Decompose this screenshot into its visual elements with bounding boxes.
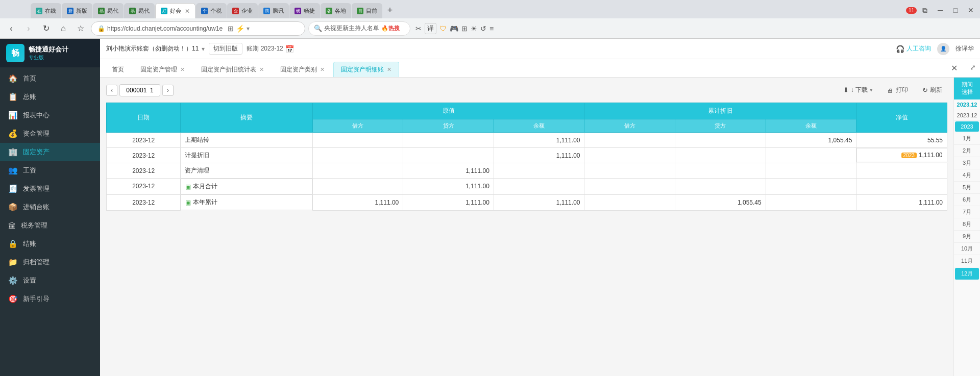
period-item-apr[interactable]: 4月 xyxy=(954,169,980,182)
sidebar-item-reports[interactable]: 📊 报表中心 xyxy=(0,106,100,124)
sidebar-item-archive[interactable]: 📁 归档管理 xyxy=(0,253,100,271)
shield-button[interactable]: 🛡 xyxy=(439,24,447,33)
tab-fixed-assets-mgmt[interactable]: 固定资产管理 ✕ xyxy=(133,62,192,77)
sidebar-label: 报表中心 xyxy=(23,111,50,120)
sidebar-item-purchase-sales[interactable]: 📦 进销台账 xyxy=(0,198,100,216)
tab-zaixin[interactable]: 在 在线 xyxy=(31,3,61,18)
settings-icon: ⚙️ xyxy=(8,276,18,285)
game-button[interactable]: 🎮 xyxy=(450,24,458,33)
tab-close-icon[interactable]: ✕ xyxy=(320,66,325,73)
print-icon: 🖨 xyxy=(887,86,894,94)
expand-panel-button[interactable]: ⤢ xyxy=(970,63,976,71)
tab-bar: 在 在线 新 新版 易 易代 易 易代 好 好会 ✕ 个 个税 企 企业 腾 xyxy=(0,0,980,18)
back-button[interactable]: ‹ xyxy=(4,21,18,36)
tab-asset-ledger[interactable]: 固定资产明细账 ✕ xyxy=(333,62,399,77)
tab-asset-category[interactable]: 固定资产类别 ✕ xyxy=(273,62,332,77)
close-panel-button[interactable]: ✕ xyxy=(951,63,958,73)
translate-button[interactable]: 译 xyxy=(425,23,436,34)
tab-gesui[interactable]: 个 个税 xyxy=(196,3,227,18)
grid-view-button[interactable]: ⊞ xyxy=(461,24,468,33)
tab-xinban[interactable]: 新 新版 xyxy=(62,3,92,18)
tab-gedi[interactable]: 各 各地 xyxy=(321,3,351,18)
switch-label: 切到旧版 xyxy=(213,44,238,53)
tab-label: 腾讯 xyxy=(273,7,284,15)
sidebar-item-tax[interactable]: 🏛 税务管理 xyxy=(0,216,100,235)
tab-muqian[interactable]: 目 目前 xyxy=(352,3,382,18)
period-item-aug[interactable]: 8月 xyxy=(954,218,980,231)
period-item-2023[interactable]: 2023 xyxy=(955,121,979,132)
history-button[interactable]: ↺ xyxy=(480,24,486,33)
tab-close-icon[interactable]: ✕ xyxy=(180,66,185,73)
tab-yidai2[interactable]: 易 易代 xyxy=(124,3,155,18)
sidebar-item-invoices[interactable]: 🧾 发票管理 xyxy=(0,180,100,198)
cell-orig-credit: 1,111.00 xyxy=(403,163,494,179)
cell-net-value: 1,111.00 xyxy=(856,194,947,210)
logo-icon: 畅 xyxy=(6,44,24,62)
sidebar-item-funds[interactable]: 💰 资金管理 xyxy=(0,124,100,143)
tab-close-icon[interactable]: ✕ xyxy=(387,66,391,73)
sidebar-item-guide[interactable]: 🎯 新手引导 xyxy=(0,290,100,308)
sidebar-item-general-ledger[interactable]: 📋 总账 xyxy=(0,88,100,106)
tab-qiye[interactable]: 企 企业 xyxy=(227,3,258,18)
address-bar[interactable]: 🔒 https://cloud.chanjet.com/accounting/u… xyxy=(91,21,305,36)
yearly-total-icon: ▣ xyxy=(185,199,191,206)
page-number-input[interactable] xyxy=(119,84,160,96)
sidebar-item-settings[interactable]: ⚙️ 设置 xyxy=(0,271,100,290)
tab-close-icon[interactable]: ✕ xyxy=(185,8,190,15)
service-button[interactable]: 🎧 人工咨询 xyxy=(896,44,931,53)
tab-haohui[interactable]: 好 好会 ✕ xyxy=(155,3,195,18)
close-window-button[interactable]: ✕ xyxy=(964,3,978,17)
period-item-nov[interactable]: 11月 xyxy=(954,255,980,267)
calendar-icon[interactable]: 📅 xyxy=(285,45,294,53)
year-badge: 2023 xyxy=(901,153,917,158)
period-item-oct[interactable]: 10月 xyxy=(954,243,980,255)
lightning-icon[interactable]: ⚡ xyxy=(236,24,244,33)
refresh-button[interactable]: ↻ 刷新 xyxy=(917,84,947,96)
refresh-button[interactable]: ↻ xyxy=(39,21,53,36)
site-info-icon[interactable]: ⊞ xyxy=(228,24,234,33)
period-item-mar[interactable]: 3月 xyxy=(954,157,980,169)
period-item-selected2[interactable]: 2023.12 xyxy=(954,110,980,121)
tab-home[interactable]: 首页 xyxy=(104,62,132,77)
download-button[interactable]: ⬇ ↓ 下载 ▾ xyxy=(838,84,878,96)
sidebar-item-home[interactable]: 🏠 首页 xyxy=(0,69,100,88)
brightness-button[interactable]: ☀ xyxy=(471,24,477,33)
print-label: 打印 xyxy=(896,86,908,94)
maximize-window-button[interactable]: □ xyxy=(948,3,963,17)
period-item-selected1[interactable]: 2023.12 xyxy=(954,99,980,110)
sidebar-item-fixed-assets[interactable]: 🏢 固定资产 xyxy=(0,143,100,161)
forward-button[interactable]: › xyxy=(21,21,36,36)
bookmark-button[interactable]: ☆ xyxy=(74,21,88,36)
accounting-period: 账期 2023-12 📅 xyxy=(247,44,293,53)
restore-window-button[interactable]: ⧉ xyxy=(918,3,932,17)
tab-close-icon[interactable]: ✕ xyxy=(259,66,264,73)
cell-date: 2023-12 xyxy=(107,179,181,195)
period-item-jan[interactable]: 1月 xyxy=(954,133,980,145)
home-button[interactable]: ⌂ xyxy=(56,21,70,36)
period-item-jul[interactable]: 7月 xyxy=(954,206,980,218)
minimize-window-button[interactable]: ─ xyxy=(933,3,947,17)
period-item-may[interactable]: 5月 xyxy=(954,182,980,194)
search-box-area[interactable]: 🔍 央视更新主持人名单 🔥热搜 xyxy=(308,21,410,36)
scissors-button[interactable]: ✂ xyxy=(415,24,422,33)
switch-to-old-button[interactable]: 切到旧版 xyxy=(209,43,242,55)
dropdown-arrow-icon[interactable]: ▾ xyxy=(202,45,205,53)
dropdown-icon[interactable]: ▾ xyxy=(247,25,250,32)
tab-changjie[interactable]: 畅 畅捷 xyxy=(289,3,320,18)
cell-accum-balance: 1,055.45 xyxy=(766,133,856,148)
period-item-jun[interactable]: 6月 xyxy=(954,194,980,206)
period-item-dec[interactable]: 12月 xyxy=(955,268,979,280)
sidebar-item-closing[interactable]: 🔒 结账 xyxy=(0,235,100,253)
period-item-feb[interactable]: 2月 xyxy=(954,145,980,157)
tab-depreciation-stats[interactable]: 固定资产折旧统计表 ✕ xyxy=(193,62,272,77)
table-row: 2023-12 计提折旧 1,111.00 2023 1,111.00 xyxy=(107,148,947,163)
new-tab-button[interactable]: + xyxy=(383,3,397,17)
prev-page-button[interactable]: ‹ xyxy=(106,85,117,96)
print-button[interactable]: 🖨 打印 xyxy=(882,84,913,96)
next-page-button[interactable]: › xyxy=(162,85,174,96)
tab-yidai1[interactable]: 易 易代 xyxy=(93,3,124,18)
sidebar-item-payroll[interactable]: 👥 工资 xyxy=(0,161,100,180)
menu-button[interactable]: ≡ xyxy=(489,24,494,33)
period-item-sep[interactable]: 9月 xyxy=(954,231,980,243)
tab-tengxun[interactable]: 腾 腾讯 xyxy=(258,3,289,18)
